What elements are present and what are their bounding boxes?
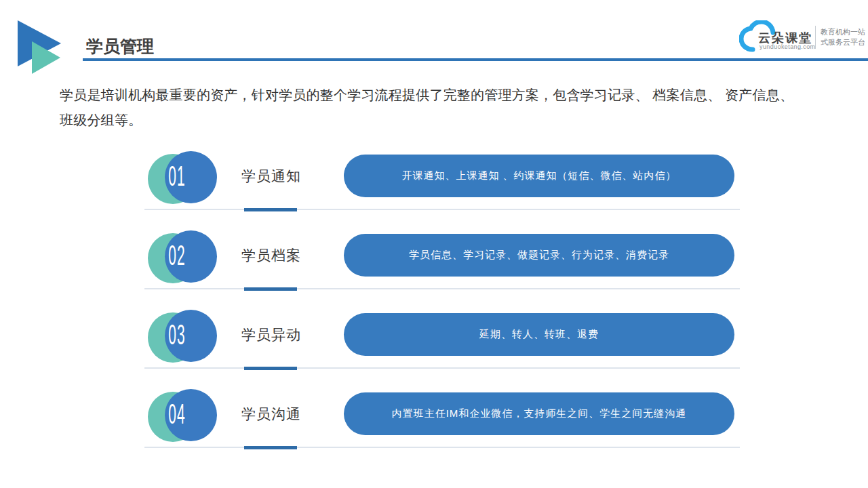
row-label: 学员沟通 xyxy=(224,405,319,424)
row-divider xyxy=(144,209,740,210)
row-detail-text: 内置班主任IM和企业微信，支持师生之间、学生之间无缝沟通 xyxy=(392,407,687,420)
row-divider xyxy=(144,288,740,289)
row-detail-text: 延期、转人、转班、退费 xyxy=(479,328,599,341)
intro-line2: 班级分组等。 xyxy=(60,108,833,133)
feature-row-archive: 02 学员档案 学员信息、学习记录、做题记录、行为记录、消费记录 xyxy=(0,228,868,308)
row-number: 02 xyxy=(167,239,187,272)
feature-row-change: 03 学员异动 延期、转人、转班、退费 xyxy=(0,308,868,387)
header-triangle-teal-icon xyxy=(32,41,60,74)
intro-paragraph: 学员是培训机构最重要的资产，针对学员的整个学习流程提供了完整的管理方案，包含学习… xyxy=(60,83,833,133)
feature-row-notify: 01 学员通知 开课通知、上课通知 、约课通知（短信、微信、站内信） xyxy=(0,149,868,228)
row-detail-text: 开课通知、上课通知 、约课通知（短信、微信、站内信） xyxy=(401,169,676,182)
row-detail-pill: 开课通知、上课通知 、约课通知（短信、微信、站内信） xyxy=(344,155,734,197)
row-divider-accent xyxy=(244,446,297,449)
row-divider xyxy=(144,447,740,448)
row-detail-pill: 内置班主任IM和企业微信，支持师生之间、学生之间无缝沟通 xyxy=(344,392,734,435)
section-number: 2.4.2 xyxy=(250,46,270,79)
row-number: 03 xyxy=(167,319,187,351)
slide-student-management: 2.4.2学员管理 云朵课堂 yunduoketang.com 教育机构一站 式… xyxy=(0,0,868,488)
row-detail-pill: 延期、转人、转班、退费 xyxy=(344,313,734,356)
row-label: 学员档案 xyxy=(224,246,319,265)
row-number: 04 xyxy=(167,398,187,430)
brand-tagline-line2: 式服务云平台 xyxy=(821,37,865,47)
row-number: 01 xyxy=(167,160,187,192)
row-label: 学员异动 xyxy=(224,325,319,344)
row-divider-accent xyxy=(244,367,297,370)
row-divider xyxy=(144,367,740,369)
brand-domain: yunduoketang.com xyxy=(760,43,815,50)
brand-divider xyxy=(815,26,816,49)
intro-line1: 学员是培训机构最重要的资产，针对学员的整个学习流程提供了完整的管理方案，包含学习… xyxy=(60,83,833,108)
brand-tagline: 教育机构一站 式服务云平台 xyxy=(821,27,865,47)
page-title: 2.4.2学员管理 xyxy=(83,35,154,58)
row-divider-accent xyxy=(244,208,297,211)
section-title: 学员管理 xyxy=(86,37,154,56)
row-detail-text: 学员信息、学习记录、做题记录、行为记录、消费记录 xyxy=(409,249,669,262)
brand-tagline-line1: 教育机构一站 xyxy=(821,27,865,37)
brand-logo: 云朵课堂 yunduoketang.com 教育机构一站 式服务云平台 xyxy=(739,19,868,54)
feature-row-communication: 04 学员沟通 内置班主任IM和企业微信，支持师生之间、学生之间无缝沟通 xyxy=(0,387,868,466)
title-underline xyxy=(83,58,868,61)
row-label: 学员通知 xyxy=(224,167,319,186)
row-divider-accent xyxy=(244,287,297,291)
row-detail-pill: 学员信息、学习记录、做题记录、行为记录、消费记录 xyxy=(344,234,734,277)
